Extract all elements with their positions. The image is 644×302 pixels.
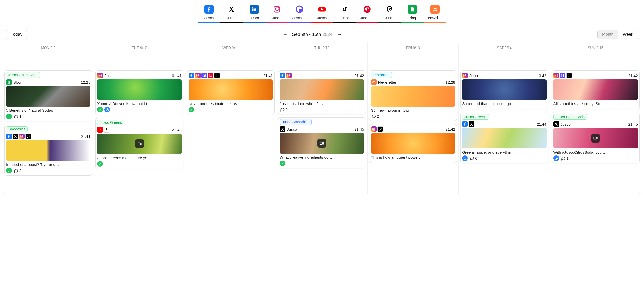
card-source-row: Jusco21:45 (553, 121, 638, 127)
view-switch: Month Week (597, 30, 638, 39)
svg-rect-24 (320, 142, 323, 145)
card-time: 21:41 (81, 134, 91, 139)
channel-tab-threads[interactable]: Jusco (378, 5, 401, 23)
post-card[interactable]: Jusco Citrus SodaBlog12:285 Benefits of … (4, 70, 92, 121)
channel-tab-gbp[interactable]: Jusco … (288, 5, 311, 23)
card-source-row: Jusco13:42 (462, 73, 546, 78)
channel-label: Jusco (204, 16, 214, 20)
channel-label: Jusco (385, 16, 395, 20)
card-status-row: ✓ (97, 161, 181, 167)
channel-tab-tiktok[interactable]: Jusco (333, 5, 356, 23)
comment-count[interactable]: 6 (469, 156, 477, 161)
month-view-button[interactable]: Month (598, 30, 618, 39)
week-view-button[interactable]: Week (618, 30, 638, 39)
channel-label: Newsl… (428, 16, 442, 20)
card-source-name: Jusco (287, 127, 297, 131)
day-column-thu[interactable]: 21:42Justice is done when Jusco i…2Jusco… (276, 52, 367, 194)
post-card[interactable]: Jusco Greens21:43Jusco Greens makes sure… (95, 118, 183, 169)
channel-tab-pinterest[interactable]: Jusco … (356, 5, 378, 23)
card-time: 21:45 (628, 122, 638, 126)
platform-icons (462, 73, 468, 78)
pinterest-icon (208, 73, 213, 78)
post-card[interactable]: Jusco13:42Superfood that also looks go… (460, 70, 548, 109)
card-thumbnail (462, 128, 546, 148)
calendar-header: Today ← Sep 9th - 15th 2024 → Month Week (3, 26, 641, 43)
card-caption: What creative ingredients do… (280, 155, 364, 159)
card-source-row: 21:44 (462, 121, 546, 127)
day-columns: Jusco Citrus SodaBlog12:285 Benefits of … (3, 52, 641, 194)
platform-icons (97, 73, 103, 78)
post-card[interactable]: 21:42Justice is done when Jusco i…2 (278, 70, 366, 114)
comment-count[interactable]: 1 (561, 156, 569, 161)
day-header: THU 9/12 (276, 43, 367, 52)
card-caption: In need of a boost? Try our d… (6, 162, 90, 167)
channel-tab-youtube[interactable]: Jusco (311, 5, 333, 23)
next-week-button[interactable]: → (337, 32, 342, 37)
gbp-icon (201, 73, 207, 78)
comment-count[interactable]: 1 (13, 114, 21, 119)
post-card[interactable]: Smoothies21:41In need of a boost? Try ou… (4, 125, 92, 176)
card-caption: Jusco Greens makes sure yo… (97, 156, 181, 160)
card-tag: Jusco Citrus Soda (553, 114, 587, 120)
post-card[interactable]: 21:41Never underestimate the tas…✓ (187, 70, 275, 115)
card-time: 21:41 (263, 73, 273, 78)
day-header-row: MON 9/9TUE 9/10WED 9/11THU 9/12FRI 9/13S… (3, 43, 641, 52)
card-time: 21:44 (537, 122, 547, 126)
post-card[interactable]: PromotionNewsletter12:28SJ: new flavour … (369, 70, 457, 121)
channel-tab-blog[interactable]: Blog (401, 5, 424, 23)
channel-tab-x[interactable]: Jusco (220, 5, 243, 23)
post-card[interactable]: 21:42This is how a nutrient power… (369, 124, 457, 163)
post-card[interactable]: Jusco01:41Yummy! Did you know that ki…✓ (95, 70, 183, 115)
card-tag: Promotion (371, 72, 392, 78)
comment-count[interactable]: 2 (280, 107, 288, 112)
instagram-icon (286, 73, 292, 78)
svg-rect-36 (594, 137, 596, 139)
x-icon (280, 126, 285, 132)
channel-label: Jusco (340, 16, 349, 20)
channel-label: Jusco … (360, 16, 374, 20)
day-column-wed[interactable]: 21:41Never underestimate the tas…✓ (185, 52, 276, 194)
comment-count[interactable]: 2 (13, 168, 21, 173)
prev-week-button[interactable]: ← (283, 32, 287, 37)
svg-point-30 (466, 74, 466, 75)
video-icon (135, 139, 144, 148)
day-column-mon[interactable]: Jusco Citrus SodaBlog12:285 Benefits of … (3, 52, 94, 194)
card-caption: Greens, spice, and everythin… (462, 150, 546, 154)
comment-count[interactable]: 2 (371, 114, 379, 119)
card-thumbnail (462, 79, 546, 100)
card-tag: Smoothies (6, 126, 28, 132)
threads-icon (377, 126, 383, 132)
post-card[interactable]: 21:42All smoothies are pretty. So… (552, 70, 640, 109)
channel-label: Jusco … (292, 16, 306, 20)
threads-icon (25, 134, 31, 139)
card-caption: This is how a nutrient power… (371, 155, 455, 159)
day-column-sat[interactable]: Jusco13:42Superfood that also looks go…J… (459, 52, 550, 194)
svg-point-12 (100, 75, 101, 76)
card-tag: Jusco Greens (97, 120, 124, 125)
threads-icon (385, 5, 394, 14)
svg-point-19 (198, 74, 199, 75)
channel-label: Blog (409, 16, 416, 20)
today-button[interactable]: Today (6, 30, 27, 39)
post-card[interactable]: Jusco Citrus SodaJusco21:45With #JuscoCi… (552, 112, 640, 163)
svg-point-10 (23, 135, 23, 136)
video-icon (317, 139, 326, 148)
day-header: SAT 9/14 (459, 43, 550, 52)
day-column-fri[interactable]: PromotionNewsletter12:28SJ: new flavour … (368, 52, 459, 194)
channel-tab-instagram[interactable]: Jusco (266, 5, 288, 23)
card-time: 21:42 (446, 127, 455, 131)
scheduled-icon (553, 155, 559, 161)
channel-tab-facebook[interactable]: Jusco (198, 5, 220, 23)
channel-tab-news[interactable]: Newsl… (424, 5, 446, 23)
day-column-sun[interactable]: 21:42All smoothies are pretty. So…Jusco … (550, 52, 641, 194)
card-status-row: 1 (553, 155, 638, 161)
channel-label: Jusco (272, 16, 282, 20)
post-card[interactable]: Jusco Greens21:44Greens, spice, and ever… (460, 112, 548, 163)
channel-tab-linkedin[interactable]: Jusco (243, 5, 266, 23)
card-thumbnail (6, 140, 90, 161)
post-card[interactable]: Jusco SmoothiesJusco21:45What creative i… (278, 117, 366, 168)
day-column-tue[interactable]: Jusco01:41Yummy! Did you know that ki…✓J… (94, 52, 185, 194)
facebook-icon (280, 73, 285, 78)
card-source-row: Blog12:28 (6, 79, 90, 85)
channel-tabs: JuscoJuscoJuscoJuscoJusco …JuscoJuscoJus… (0, 0, 644, 23)
